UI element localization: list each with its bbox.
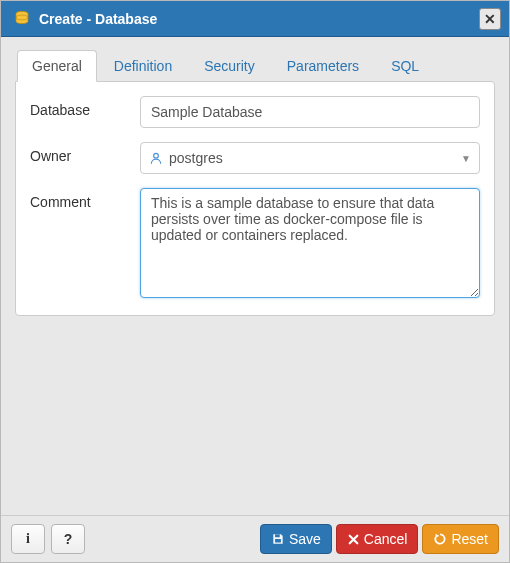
help-icon: ? [64, 531, 73, 547]
comment-textarea[interactable] [140, 188, 480, 298]
reset-button[interactable]: Reset [422, 524, 499, 554]
help-button[interactable]: ? [51, 524, 85, 554]
save-icon [271, 532, 285, 546]
reset-icon [433, 532, 447, 546]
cancel-icon [347, 533, 360, 546]
create-database-dialog: Create - Database ✕ General Definition S… [0, 0, 510, 563]
tab-sql[interactable]: SQL [376, 50, 434, 82]
owner-row: Owner postgres ▼ [30, 142, 480, 174]
dialog-title: Create - Database [39, 11, 479, 27]
owner-value: postgres [169, 150, 223, 166]
user-icon [149, 151, 163, 165]
database-label: Database [30, 96, 140, 118]
info-button[interactable]: i [11, 524, 45, 554]
database-icon [13, 10, 31, 28]
svg-rect-4 [275, 539, 281, 543]
owner-label: Owner [30, 142, 140, 164]
dialog-titlebar: Create - Database ✕ [1, 1, 509, 37]
tab-definition[interactable]: Definition [99, 50, 187, 82]
tab-parameters[interactable]: Parameters [272, 50, 374, 82]
close-button[interactable]: ✕ [479, 8, 501, 30]
tab-bar: General Definition Security Parameters S… [15, 49, 495, 81]
dialog-content: General Definition Security Parameters S… [1, 37, 509, 515]
close-icon: ✕ [484, 12, 496, 26]
info-icon: i [26, 531, 30, 547]
database-row: Database [30, 96, 480, 128]
dialog-footer: i ? Save Cancel [1, 515, 509, 562]
comment-row: Comment [30, 188, 480, 301]
comment-label: Comment [30, 188, 140, 210]
reset-label: Reset [451, 531, 488, 547]
cancel-label: Cancel [364, 531, 408, 547]
spacer [15, 316, 495, 515]
database-input[interactable] [140, 96, 480, 128]
cancel-button[interactable]: Cancel [336, 524, 419, 554]
save-label: Save [289, 531, 321, 547]
save-button[interactable]: Save [260, 524, 332, 554]
svg-rect-3 [275, 534, 280, 537]
owner-select[interactable]: postgres ▼ [140, 142, 480, 174]
svg-point-2 [154, 153, 159, 158]
tab-security[interactable]: Security [189, 50, 270, 82]
tab-panel-general: Database Owner postgres [15, 81, 495, 316]
chevron-down-icon: ▼ [461, 153, 471, 164]
tab-general[interactable]: General [17, 50, 97, 82]
